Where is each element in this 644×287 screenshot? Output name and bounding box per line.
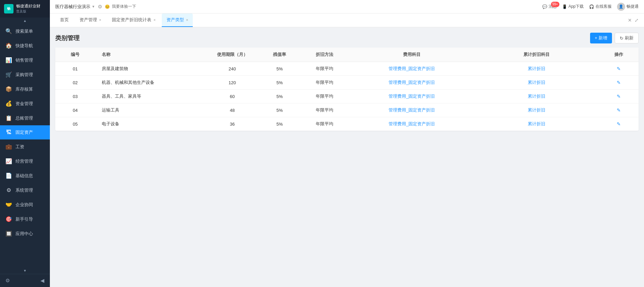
table-row: 02 机器、机械和其他生产设备 120 5% 年限平均 管理费用_固定资产折旧 … bbox=[55, 76, 639, 90]
cell-expense-account: 管理费用_固定资产折旧 bbox=[349, 90, 474, 103]
cell-action[interactable]: ✎ bbox=[599, 117, 639, 131]
sidebar-item-label: 经营管理 bbox=[16, 158, 33, 164]
sidebar-scroll-down[interactable]: ▼ bbox=[0, 267, 50, 274]
collapse-icon[interactable]: ◀ bbox=[40, 278, 44, 284]
cell-accum-account: 累计折旧 bbox=[474, 76, 599, 90]
topbar: 医疗器械行业演示 ▼ ⚙ 😊 我要体验一下 💬 消息 99+ 📱 App下载 🎧… bbox=[50, 0, 644, 13]
online-service-button[interactable]: 🎧 在线客服 bbox=[589, 4, 612, 9]
sidebar-item-sales[interactable]: 📊 销售管理 bbox=[0, 53, 50, 67]
tab-window-close-icon[interactable]: ✕ bbox=[628, 18, 632, 23]
cell-accum-account: 累计折旧 bbox=[474, 103, 599, 117]
cell-accum-account: 累计折旧 bbox=[474, 90, 599, 103]
sidebar-item-fixed-assets[interactable]: 🏗 固定资产 bbox=[0, 125, 50, 139]
sidebar-item-label: 固定资产 bbox=[16, 129, 33, 135]
sidebar-item-enterprise[interactable]: 🤝 企业协同 bbox=[0, 197, 50, 212]
cell-method: 年限平均 bbox=[300, 117, 349, 131]
sidebar-item-label: 销售管理 bbox=[16, 57, 33, 63]
sidebar-item-capital[interactable]: 💰 资金管理 bbox=[0, 96, 50, 111]
guide-icon: 🎯 bbox=[5, 216, 12, 222]
topbar-right: 💬 消息 99+ 📱 App下载 🎧 在线客服 👤 畅捷通 bbox=[542, 3, 639, 11]
col-header-period: 使用期限（月） bbox=[205, 47, 260, 62]
new-button[interactable]: + 新增 bbox=[590, 33, 612, 43]
cell-name: 机器、机械和其他生产设备 bbox=[95, 76, 205, 90]
tab-depreciation-close[interactable]: × bbox=[153, 18, 155, 22]
user-label: 畅捷通 bbox=[626, 4, 639, 9]
edit-button[interactable]: ✎ bbox=[617, 66, 621, 71]
tab-depreciation-table[interactable]: 固定资产折旧统计表 × bbox=[107, 13, 160, 27]
messages-button[interactable]: 💬 消息 99+ bbox=[542, 4, 557, 9]
sidebar-item-label: 采购管理 bbox=[16, 72, 33, 78]
cell-method: 年限平均 bbox=[300, 103, 349, 117]
main-content: 医疗器械行业演示 ▼ ⚙ 😊 我要体验一下 💬 消息 99+ 📱 App下载 🎧… bbox=[50, 0, 644, 287]
cell-expense-account: 管理费用_固定资产折旧 bbox=[349, 62, 474, 76]
sidebar-item-app-center[interactable]: 🔲 应用中心 bbox=[0, 226, 50, 241]
edit-button[interactable]: ✎ bbox=[617, 80, 621, 85]
sidebar-nav: 🔍 搜索菜单 🏠 快捷导航 📊 销售管理 🛒 采购管理 📦 库存核算 💰 资金管… bbox=[0, 24, 50, 267]
cell-number: 04 bbox=[55, 103, 95, 117]
cell-action[interactable]: ✎ bbox=[599, 62, 639, 76]
topbar-left: 医疗器械行业演示 ▼ ⚙ 😊 我要体验一下 bbox=[55, 4, 136, 10]
cell-name: 房屋及建筑物 bbox=[95, 62, 205, 76]
cell-accum-account: 累计折旧 bbox=[474, 117, 599, 131]
tab-depreciation-label: 固定资产折旧统计表 bbox=[112, 17, 151, 23]
edit-button[interactable]: ✎ bbox=[617, 94, 621, 99]
sidebar-item-payroll[interactable]: 💼 工资 bbox=[0, 139, 50, 154]
settings-footer-icon[interactable]: ⚙ bbox=[5, 278, 10, 284]
cell-number: 02 bbox=[55, 76, 95, 90]
cell-action[interactable]: ✎ bbox=[599, 103, 639, 117]
online-service-label: 在线客服 bbox=[595, 4, 612, 9]
sidebar-item-label: 资金管理 bbox=[16, 101, 33, 107]
sidebar-logo: 畅 畅捷通好业财 普及版 bbox=[0, 0, 50, 18]
cell-period: 120 bbox=[205, 76, 260, 90]
tab-window-expand-icon[interactable]: ⤢ bbox=[635, 18, 639, 23]
tab-home[interactable]: 首页 bbox=[55, 13, 73, 27]
cell-name: 器具、工具、家具等 bbox=[95, 90, 205, 103]
cell-expense-account: 管理费用_固定资产折旧 bbox=[349, 117, 474, 131]
company-selector[interactable]: 医疗器械行业演示 ▼ bbox=[55, 4, 95, 10]
sidebar-item-label: 基础信息 bbox=[16, 173, 33, 179]
table-header-row: 编号 名称 使用期限（月） 残值率 折旧方法 费用科目 累计折旧科目 操作 bbox=[55, 47, 639, 62]
company-dropdown-icon: ▼ bbox=[92, 5, 95, 8]
sidebar-item-ledger[interactable]: 📋 总账管理 bbox=[0, 111, 50, 125]
cell-residual: 5% bbox=[260, 117, 300, 131]
sidebar-item-purchase[interactable]: 🛒 采购管理 bbox=[0, 67, 50, 82]
user-menu[interactable]: 👤 畅捷通 bbox=[617, 3, 639, 11]
table-row: 05 电子设备 36 5% 年限平均 管理费用_固定资产折旧 累计折旧 ✎ bbox=[55, 117, 639, 131]
page-actions: + 新增 ↻ 刷新 bbox=[590, 33, 639, 43]
experience-button[interactable]: 😊 我要体验一下 bbox=[105, 4, 136, 9]
messages-badge: 99+ bbox=[551, 2, 559, 7]
col-header-number: 编号 bbox=[55, 47, 95, 62]
cell-action[interactable]: ✎ bbox=[599, 90, 639, 103]
tab-asset-type[interactable]: 资产类型 × bbox=[162, 13, 193, 27]
sidebar-scroll-up[interactable]: ▲ bbox=[0, 18, 50, 24]
cell-residual: 5% bbox=[260, 90, 300, 103]
app-download-icon: 📱 bbox=[562, 4, 567, 9]
cell-expense-account: 管理费用_固定资产折旧 bbox=[349, 103, 474, 117]
cell-name: 运输工具 bbox=[95, 103, 205, 117]
sidebar-item-guide[interactable]: 🎯 新手引导 bbox=[0, 212, 50, 226]
tab-asset-type-close[interactable]: × bbox=[186, 18, 188, 22]
logo-icon: 畅 bbox=[4, 4, 13, 13]
sales-icon: 📊 bbox=[5, 57, 12, 63]
app-download-button[interactable]: 📱 App下载 bbox=[562, 4, 584, 9]
capital-icon: 💰 bbox=[5, 100, 12, 107]
topbar-settings-icon[interactable]: ⚙ bbox=[98, 4, 102, 10]
sidebar-item-system[interactable]: ⚙ 系统管理 bbox=[0, 183, 50, 197]
scroll-down-icon[interactable]: ▼ bbox=[23, 269, 27, 273]
cell-period: 36 bbox=[205, 117, 260, 131]
col-header-name: 名称 bbox=[95, 47, 205, 62]
sidebar-item-operations[interactable]: 📈 经营管理 bbox=[0, 154, 50, 168]
sidebar-item-inventory[interactable]: 📦 库存核算 bbox=[0, 82, 50, 96]
scroll-up-icon[interactable]: ▲ bbox=[23, 19, 27, 23]
cell-action[interactable]: ✎ bbox=[599, 76, 639, 90]
sidebar-item-basic-info[interactable]: 📄 基础信息 bbox=[0, 168, 50, 183]
sidebar-item-quick-nav[interactable]: 🏠 快捷导航 bbox=[0, 38, 50, 53]
tab-asset-management[interactable]: 资产管理 × bbox=[75, 13, 106, 27]
sidebar-item-label: 应用中心 bbox=[16, 231, 33, 237]
edit-button[interactable]: ✎ bbox=[617, 121, 621, 127]
refresh-button[interactable]: ↻ 刷新 bbox=[615, 33, 639, 43]
page-header: 类别管理 + 新增 ↻ 刷新 bbox=[55, 33, 639, 43]
edit-button[interactable]: ✎ bbox=[617, 107, 621, 113]
sidebar-item-search[interactable]: 🔍 搜索菜单 bbox=[0, 24, 50, 38]
tab-asset-management-close[interactable]: × bbox=[99, 18, 101, 22]
